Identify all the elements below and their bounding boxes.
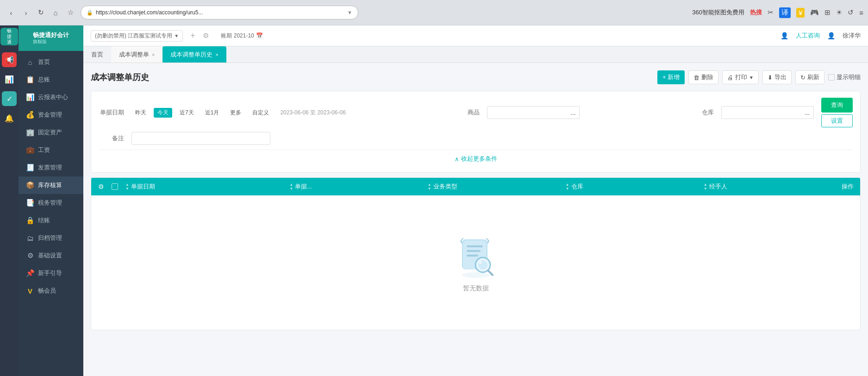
tab-cost-adjust-history[interactable]: 成本调整单历史 × <box>162 46 226 63</box>
strip-chart[interactable]: 📊 <box>2 72 17 87</box>
date-btn-today[interactable]: 今天 <box>154 108 172 118</box>
th-number[interactable]: ▲ ▼ 单据... <box>286 182 424 191</box>
th-warehouse[interactable]: ▲ ▼ 仓库 <box>562 182 700 191</box>
export-button[interactable]: ⬇ 导出 <box>762 70 792 84</box>
sidebar-item-funds[interactable]: 💰 资金管理 <box>19 106 83 124</box>
sidebar-item-tax[interactable]: 📑 税务管理 <box>19 194 83 212</box>
sidebar-item-ledger[interactable]: 📋 总账 <box>19 71 83 88</box>
menu-icon[interactable]: ≡ <box>859 9 863 17</box>
type-sort-icon: ▲ ▼ <box>428 183 431 191</box>
sidebar-item-invoices[interactable]: 🧾 发票管理 <box>19 159 83 176</box>
sidebar-item-guide-label: 新手引导 <box>38 269 62 277</box>
calendar-icon[interactable]: 📅 <box>256 32 263 39</box>
strip-logo: 畅捷通 <box>0 28 18 45</box>
select-all-checkbox[interactable] <box>112 183 118 190</box>
strip-item[interactable]: 🔔 <box>2 111 17 125</box>
sidebar-item-reports-label: 云报表中心 <box>38 93 68 101</box>
settings-icon: ⚙ <box>26 251 34 260</box>
user-label[interactable]: 徐泽华 <box>843 31 861 40</box>
sidebar-item-settings[interactable]: ⚙ 基础设置 <box>19 247 83 264</box>
home-button[interactable]: ⌂ <box>49 6 62 19</box>
th-type-label: 业务类型 <box>433 182 457 191</box>
remark-input[interactable] <box>131 132 270 145</box>
strip-active[interactable]: ✓ <box>2 91 17 106</box>
print-button[interactable]: 🖨 打印 ▼ <box>722 70 759 84</box>
query-button[interactable]: 查询 <box>821 98 853 113</box>
date-btn-1month[interactable]: 近1月 <box>201 108 223 118</box>
grid-icon[interactable]: ⊞ <box>824 8 831 17</box>
settings-gear-icon[interactable]: ⚙ <box>203 31 209 40</box>
sidebar-item-archive[interactable]: 🗂 归档管理 <box>19 229 83 247</box>
workspace-selector[interactable]: (勿删勿禁用) 江西服宝测试专用 ▼ <box>91 30 183 42</box>
filter-row-date: 单据日期 昨天 今天 近7天 近1月 更多 自定义 2023-06-06 至 2… <box>99 98 853 127</box>
funds-icon: 💰 <box>26 111 34 119</box>
date-btn-yesterday[interactable]: 昨天 <box>131 108 150 118</box>
tab-cost-adjust[interactable]: 成本调整单 × <box>111 46 162 63</box>
wallet-icon[interactable]: ¥ <box>796 8 805 18</box>
svg-rect-3 <box>467 245 483 247</box>
url-text: https://cloud.chanjet.com/accounting/uru… <box>96 9 344 16</box>
export-icon: ⬇ <box>768 74 773 81</box>
history-icon[interactable]: ↺ <box>848 8 854 17</box>
delete-button[interactable]: 🗑 🗑 删除 删除 <box>688 70 718 84</box>
new-button[interactable]: + 新增 <box>657 70 685 84</box>
date-btn-7days[interactable]: 近7天 <box>176 108 198 118</box>
display-toggle: 显示明细 <box>828 73 861 81</box>
forward-button[interactable]: › <box>19 6 32 19</box>
product-select[interactable]: ... <box>487 106 580 119</box>
hot-search-badge: 热搜 <box>750 8 762 17</box>
date-btn-more[interactable]: 更多 <box>226 108 245 118</box>
period-label: 账期 <box>221 32 232 40</box>
sidebar-item-close-accounts[interactable]: 🔒 结账 <box>19 212 83 229</box>
date-shortcuts: 昨天 今天 近7天 近1月 更多 自定义 <box>131 108 273 118</box>
empty-state: 暂无数据 <box>91 195 860 330</box>
star-button[interactable]: ☆ <box>64 6 77 19</box>
collapse-button[interactable]: ∧ 收起更多条件 <box>455 155 497 163</box>
icon-strip: 畅捷通 📢 📊 ✓ 🔔 <box>0 25 19 376</box>
back-button[interactable]: ‹ <box>5 6 18 19</box>
refresh-button[interactable]: ↻ 刷新 <box>795 70 824 84</box>
warehouse-select[interactable]: ... <box>721 106 814 119</box>
filter-settings-button[interactable]: 设置 <box>821 114 853 127</box>
sidebar-item-fixed-assets[interactable]: 🏢 固定资产 <box>19 124 83 141</box>
translate-icon[interactable]: 译 <box>779 7 791 18</box>
refresh-icon: ↻ <box>800 74 806 81</box>
print-dropdown-icon: ▼ <box>749 75 754 80</box>
main-area: (勿删勿禁用) 江西服宝测试专用 ▼ + ⚙ 账期 2021-10 📅 👤 人工… <box>83 25 868 376</box>
display-checkbox[interactable] <box>828 74 835 81</box>
scissors-icon[interactable]: ✂ <box>768 8 774 17</box>
tab-cost-adjust-close[interactable]: × <box>152 52 155 57</box>
table-settings-icon[interactable]: ⚙ <box>94 183 108 190</box>
th-operator[interactable]: ▲ ▼ 经手人 <box>700 182 838 191</box>
table-select-all[interactable] <box>108 183 122 190</box>
sidebar-item-guide[interactable]: 📌 新手引导 <box>19 264 83 282</box>
page-tabs: 首页 成本调整单 × 成本调整单历史 × <box>83 46 868 63</box>
game-icon[interactable]: 🎮 <box>810 8 819 17</box>
th-operations: 操作 <box>838 182 857 191</box>
sidebar-item-membership-label: 畅会员 <box>38 287 56 295</box>
product-more-icon: ... <box>571 109 576 116</box>
operator-sort-icon: ▲ ▼ <box>704 183 707 191</box>
th-type[interactable]: ▲ ▼ 业务类型 <box>424 182 562 191</box>
strip-notification[interactable]: 📢 <box>2 52 17 67</box>
delete-icon: 🗑 <box>693 74 699 81</box>
address-bar[interactable]: 🔒 https://cloud.chanjet.com/accounting/u… <box>81 6 358 19</box>
refresh-button[interactable]: ↻ <box>34 6 47 19</box>
tab-cost-adjust-history-close[interactable]: × <box>215 52 218 57</box>
sidebar-item-reports[interactable]: 📊 云报表中心 <box>19 88 83 106</box>
sidebar-item-membership[interactable]: V 畅会员 <box>19 282 83 300</box>
remark-filter-label: 备注 <box>99 134 124 143</box>
tab-cost-adjust-history-label: 成本调整单历史 <box>170 50 212 59</box>
sidebar-item-payroll[interactable]: 💼 工资 <box>19 141 83 159</box>
th-date[interactable]: ▲ ▼ 单据日期 <box>122 182 286 191</box>
sidebar-item-home[interactable]: ⌂ 首页 <box>19 53 83 71</box>
display-toggle-label: 显示明细 <box>837 73 861 81</box>
logo-main-text: 畅捷通好会计 <box>33 31 69 39</box>
sun-icon[interactable]: ☀ <box>836 8 842 17</box>
date-btn-custom[interactable]: 自定义 <box>249 108 273 118</box>
sidebar-item-inventory[interactable]: 📦 库存核算 <box>19 176 83 194</box>
address-dropdown-icon[interactable]: ▼ <box>347 10 352 15</box>
add-workspace-btn[interactable]: + <box>190 31 195 41</box>
tab-home[interactable]: 首页 <box>83 46 111 63</box>
service-label[interactable]: 人工咨询 <box>796 31 820 40</box>
